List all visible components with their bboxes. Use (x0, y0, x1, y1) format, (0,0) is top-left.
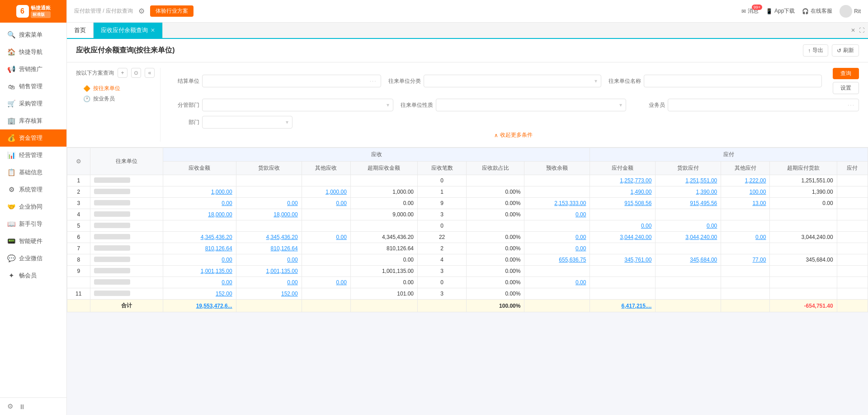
gear-icon[interactable]: ⚙ (138, 7, 145, 15)
cell-r5-c2[interactable]: 4,345,436.20 (163, 232, 236, 243)
collapse-icon[interactable]: ⏸ (19, 403, 25, 410)
cell-r9-c2[interactable]: 0.00 (163, 277, 236, 288)
cell-r2-c4[interactable]: 0.00 (302, 198, 350, 209)
cell-r0-c3[interactable] (236, 175, 302, 186)
cell-r10-c11[interactable] (721, 288, 770, 300)
sidebar-item-guide[interactable]: 📖新手引导 (0, 215, 66, 233)
service-button[interactable]: 🎧 在线客服 (802, 7, 832, 15)
cell-r0-c8[interactable] (524, 175, 590, 186)
promo-button[interactable]: 体验行业方案 (150, 5, 193, 17)
cell-r7-c4[interactable] (302, 254, 350, 266)
th-settings[interactable]: ⚙ (67, 148, 90, 175)
field-lwdwfl-input[interactable]: ▾ (424, 75, 602, 87)
cell-r5-c10[interactable]: 3,044,240.00 (656, 232, 721, 243)
cell-r5-c4[interactable]: 0.00 (302, 232, 350, 243)
sidebar-item-nav[interactable]: 🏠快捷导航 (0, 43, 66, 61)
cell-r2-c3[interactable]: 0.00 (236, 198, 302, 209)
export-button[interactable]: ↑ 导出 (803, 44, 828, 57)
cell-r4-c4[interactable] (302, 220, 350, 232)
cell-r2-c10[interactable]: 915,495.56 (656, 198, 721, 209)
filter-collapse-btn[interactable]: « (145, 68, 155, 78)
field-jsdw-input[interactable]: ··· (202, 75, 381, 87)
sidebar-item-inventory[interactable]: 🏢库存核算 (0, 112, 66, 129)
cell-r5-c3[interactable]: 4,345,436.20 (236, 232, 302, 243)
cell-r6-c10[interactable] (656, 243, 721, 254)
cell-r10-c2[interactable]: 152.00 (163, 288, 236, 300)
cell-r6-c4[interactable] (302, 243, 350, 254)
cell-r8-c4[interactable] (302, 266, 350, 277)
cell-r0-c4[interactable] (302, 175, 350, 186)
cell-r1-c2[interactable]: 1,000.00 (163, 186, 236, 198)
cell-r10-c4[interactable] (302, 288, 350, 300)
cell-r4-c10[interactable]: 0.00 (656, 220, 721, 232)
cell-r7-c11[interactable]: 77.00 (721, 254, 770, 266)
cell-r2-c9[interactable]: 915,508.56 (590, 198, 656, 209)
filter-option-0[interactable]: 🔶按往来单位 (80, 83, 155, 94)
cell-r3-c2[interactable]: 18,000.00 (163, 209, 236, 220)
cell-r1-c10[interactable]: 1,390.00 (656, 186, 721, 198)
sidebar-item-ops[interactable]: 📊经营管理 (0, 147, 66, 164)
cell-r3-c8[interactable]: 0.00 (524, 209, 590, 220)
cell-r3-c9[interactable] (590, 209, 656, 220)
cell-r2-c11[interactable]: 13.00 (721, 198, 770, 209)
cell-r2-c2[interactable]: 0.00 (163, 198, 236, 209)
query-button[interactable]: 查询 (833, 68, 859, 79)
cell-r8-c2[interactable]: 1,001,135.00 (163, 266, 236, 277)
tab-arbal[interactable]: 应收应付余额查询✕ (94, 23, 163, 38)
sidebar-item-corp[interactable]: 🤝企业协同 (0, 198, 66, 215)
cell-r8-c11[interactable] (721, 266, 770, 277)
cell-r5-c11[interactable]: 0.00 (721, 232, 770, 243)
cell-r7-c2[interactable]: 0.00 (163, 254, 236, 266)
tab-close-arbal[interactable]: ✕ (151, 27, 155, 33)
sidebar-item-marketing[interactable]: 📢营销推广 (0, 61, 66, 78)
field-ywy-input[interactable]: ··· (668, 99, 859, 111)
tab-home[interactable]: 首页 (67, 23, 94, 38)
sidebar-item-sales[interactable]: 🛍销售管理 (0, 78, 66, 95)
sidebar-item-base[interactable]: 📋基础信息 (0, 164, 66, 181)
field-lwdwxz-input[interactable]: ▾ (436, 99, 626, 111)
settings-icon[interactable]: ⚙ (7, 402, 13, 410)
cell-r5-c8[interactable]: 0.00 (524, 232, 590, 243)
cell-r10-c10[interactable] (656, 288, 721, 300)
sidebar-item-wechat[interactable]: 💬企业微信 (0, 250, 66, 267)
filter-add-btn[interactable]: + (118, 68, 127, 78)
cell-r3-c4[interactable] (302, 209, 350, 220)
sidebar-item-purchase[interactable]: 🛒采购管理 (0, 95, 66, 112)
cell-r3-c11[interactable] (721, 209, 770, 220)
sidebar-item-system[interactable]: ⚙系统管理 (0, 181, 66, 198)
cell-r6-c11[interactable] (721, 243, 770, 254)
cell-r6-c3[interactable]: 810,126.64 (236, 243, 302, 254)
collapse-bar[interactable]: ∧ 收起更多条件 (168, 129, 859, 142)
cell-r3-c10[interactable] (656, 209, 721, 220)
cell-r1-c8[interactable] (524, 186, 590, 198)
footer-ar-total[interactable]: 19,553,472,6... (163, 300, 236, 312)
cell-r0-c2[interactable] (163, 175, 236, 186)
cell-r8-c10[interactable] (656, 266, 721, 277)
filter-option-1[interactable]: 🕐按业务员 (80, 94, 155, 104)
cell-r10-c8[interactable] (524, 288, 590, 300)
cell-r6-c8[interactable]: 0.00 (524, 243, 590, 254)
cell-r10-c9[interactable] (590, 288, 656, 300)
footer-ap-total[interactable]: 6,417,215.... (590, 300, 656, 312)
cell-r7-c3[interactable]: 0.00 (236, 254, 302, 266)
cell-r1-c11[interactable]: 100.00 (721, 186, 770, 198)
user-avatar[interactable]: Rit (840, 5, 861, 18)
field-bm-input[interactable]: ▾ (202, 116, 292, 129)
sidebar-item-hardware[interactable]: 📟智能硬件 (0, 233, 66, 250)
field-lwdwmc-input[interactable] (644, 75, 822, 87)
cell-r0-c10[interactable]: 1,251,551.00 (656, 175, 721, 186)
cell-r8-c8[interactable] (524, 266, 590, 277)
cell-r7-c10[interactable]: 345,684.00 (656, 254, 721, 266)
refresh-button[interactable]: ↺ 刷新 (832, 44, 859, 57)
cell-r3-c3[interactable]: 18,000.00 (236, 209, 302, 220)
message-button[interactable]: ✉ 消息 99+ (741, 7, 759, 15)
cell-r9-c10[interactable] (656, 277, 721, 288)
sidebar-item-search[interactable]: 🔍搜索菜单 (0, 26, 66, 43)
cell-r1-c9[interactable]: 1,490.00 (590, 186, 656, 198)
cell-r7-c9[interactable]: 345,761.00 (590, 254, 656, 266)
cell-r6-c9[interactable] (590, 243, 656, 254)
cell-r7-c8[interactable]: 655,636.75 (524, 254, 590, 266)
cell-r9-c8[interactable]: 0.00 (524, 277, 590, 288)
cell-r0-c11[interactable]: 1,222.00 (721, 175, 770, 186)
cell-r1-c3[interactable] (236, 186, 302, 198)
